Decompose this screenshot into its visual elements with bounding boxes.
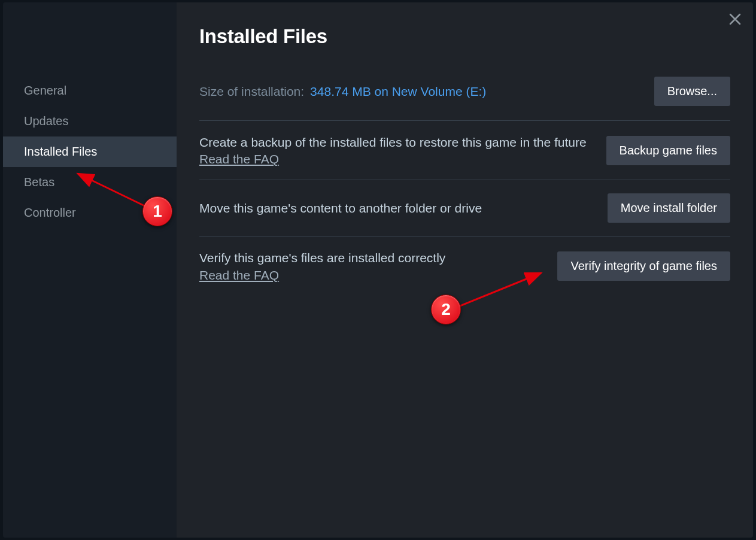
move-install-folder-button[interactable]: Move install folder [608,193,730,223]
main-content: Installed Files Size of installation: 34… [177,2,753,538]
backup-desc: Create a backup of the installed files t… [199,134,594,151]
move-section: Move this game's content to another fold… [199,180,730,236]
sidebar-item-updates[interactable]: Updates [3,106,177,136]
close-button[interactable] [723,7,747,31]
size-value: 348.74 MB on New Volume (E:) [310,84,486,99]
annotation-badge-2: 2 [431,295,461,324]
browse-button[interactable]: Browse... [654,77,730,106]
sidebar-item-betas[interactable]: Betas [3,167,177,198]
sidebar-item-installed-files[interactable]: Installed Files [3,136,177,167]
move-desc: Move this game's content to another fold… [199,200,596,217]
sidebar-item-general[interactable]: General [3,75,177,106]
verify-section: Verify this game's files are installed c… [199,236,730,295]
sidebar: General Updates Installed Files Betas Co… [3,2,177,538]
annotation-badge-1: 1 [142,196,172,226]
verify-desc: Verify this game's files are installed c… [199,250,545,266]
backup-game-files-button[interactable]: Backup game files [606,136,730,165]
size-label: Size of installation: [199,84,304,99]
backup-section: Create a backup of the installed files t… [199,121,730,180]
backup-faq-link[interactable]: Read the FAQ [199,152,279,166]
close-icon [728,13,742,26]
page-title: Installed Files [199,25,730,48]
verify-integrity-button[interactable]: Verify integrity of game files [557,251,730,281]
verify-faq-link[interactable]: Read the FAQ [199,268,279,283]
properties-window: General Updates Installed Files Betas Co… [3,2,753,538]
size-row: Size of installation: 348.74 MB on New V… [199,77,730,121]
